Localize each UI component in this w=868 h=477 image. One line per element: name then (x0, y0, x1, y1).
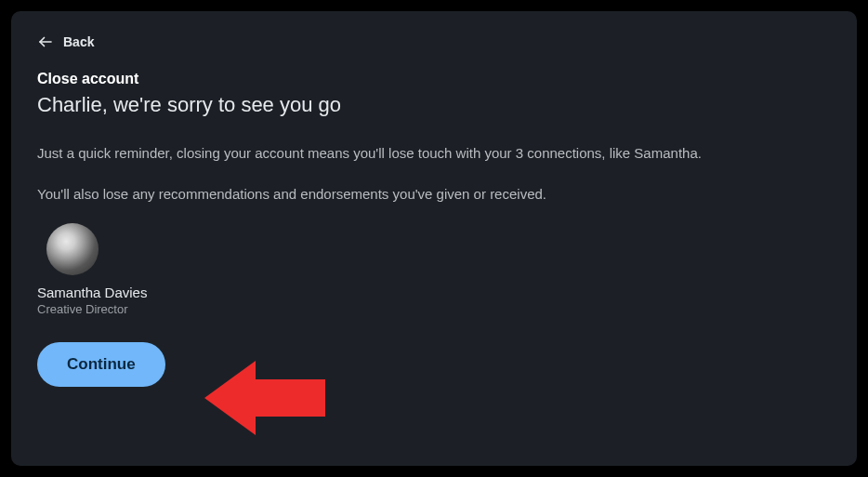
warning-text-endorsements: You'll also lose any recommendations and… (37, 184, 831, 205)
close-account-panel: Back Close account Charlie, we're sorry … (11, 11, 857, 466)
back-label: Back (63, 34, 94, 49)
section-title: Close account (37, 71, 831, 87)
warning-text-connections: Just a quick reminder, closing your acco… (37, 143, 831, 164)
back-button[interactable]: Back (37, 33, 831, 50)
annotation-arrow-icon (204, 356, 325, 440)
continue-button[interactable]: Continue (37, 342, 165, 387)
connection-card: Samantha Davies Creative Director (37, 223, 831, 316)
arrow-left-icon (37, 33, 54, 50)
svg-marker-1 (204, 361, 325, 435)
page-headline: Charlie, we're sorry to see you go (37, 93, 831, 117)
connection-name: Samantha Davies (37, 285, 147, 300)
connection-role: Creative Director (37, 302, 128, 316)
avatar (46, 223, 99, 275)
